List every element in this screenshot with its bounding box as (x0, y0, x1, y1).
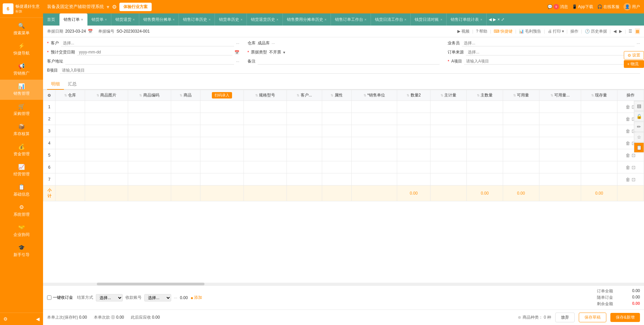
col-header-7[interactable]: ⇅ 客户... (287, 90, 322, 101)
tab-5[interactable]: 销售订单历史× (179, 13, 215, 26)
row-delete-icon[interactable]: 🗑 (626, 116, 630, 122)
float-btn-4[interactable]: ☆ (634, 132, 644, 142)
list-view-icon[interactable]: ☰ (629, 29, 632, 34)
nav-prev-icon[interactable]: ◀ (613, 29, 616, 34)
row-delete-icon[interactable]: 🗑 (626, 104, 630, 110)
row-copy-icon[interactable]: ⊡ (632, 177, 636, 182)
calendar-icon[interactable]: 📅 (88, 29, 93, 34)
row-copy-icon[interactable]: ⊡ (632, 165, 636, 170)
row-delete-icon[interactable]: 🗑 (626, 128, 630, 134)
scroll-thumb[interactable] (97, 283, 204, 285)
sidebar-item-6[interactable]: 💰资金管理 (0, 140, 43, 160)
sidebar-item-3[interactable]: 📊销售管理 (0, 80, 43, 100)
sidebar-collapse-btn[interactable]: ◀ (36, 316, 40, 322)
tab-11[interactable]: 钱货日清对账× (411, 13, 447, 26)
salesperson-more-icon[interactable]: ··· (637, 41, 640, 46)
col-header-14[interactable]: ⇅ 可用量... (539, 90, 581, 101)
col-header-10[interactable]: ⇅ 数量2 (397, 90, 430, 101)
col-header-11[interactable]: ⇅ 主计量 (430, 90, 467, 101)
tab-3[interactable]: 销货退货× (111, 13, 139, 26)
warehouse-more-icon[interactable]: ··· (272, 41, 275, 46)
customer-input[interactable] (61, 40, 234, 46)
help-action[interactable]: ? 帮助 (476, 29, 487, 34)
one-click-checkbox[interactable] (47, 295, 51, 300)
col-header-5[interactable]: 扫码录入 (200, 90, 244, 101)
history-action[interactable]: 🕐 历史单据 (585, 29, 607, 34)
float-btn-3[interactable]: ✏ (634, 122, 644, 132)
col-header-4[interactable]: ⇅ 商品 (171, 90, 200, 101)
a-project-input[interactable] (464, 58, 640, 65)
col-header-3[interactable]: ⇅ 商品编码 (128, 90, 171, 101)
industry-plan-btn[interactable]: 体验行业方案 (119, 3, 152, 11)
address-more-icon[interactable]: ··· (236, 59, 239, 64)
col-header-6[interactable]: ⇅ 规格型号 (244, 90, 287, 101)
detail-tab-0[interactable]: 明细 (47, 79, 64, 90)
float-btn-1[interactable]: ▤ (634, 101, 644, 111)
profit-action[interactable]: 📊 毛利预告 (519, 29, 541, 34)
grid-view-icon[interactable]: ▦ (635, 28, 640, 34)
sidebar-item-8[interactable]: 📋基础信息 (0, 180, 43, 201)
customer-address-input[interactable] (65, 58, 234, 65)
col-header-15[interactable]: ⇅ 现存量 (581, 90, 617, 101)
remark-input[interactable] (258, 58, 440, 65)
b-project-input[interactable] (60, 67, 640, 74)
app-download-action[interactable]: 📱 App下载 (572, 4, 593, 10)
tab-1[interactable]: 销售订单× (60, 13, 87, 26)
order-source-input[interactable] (466, 49, 640, 55)
settings-btn[interactable]: ⚙ 设置 (624, 51, 644, 59)
row-copy-icon[interactable]: ⊡ (632, 153, 636, 158)
account-more-icon[interactable]: ··· (174, 295, 177, 300)
tab-9[interactable]: 销售订单工作台× (331, 13, 371, 26)
tab-0[interactable]: 首页 (43, 13, 60, 26)
payment-method-select[interactable]: 选择... (96, 294, 123, 301)
one-click-label[interactable]: 一键收订金 (47, 295, 73, 300)
col-header-13[interactable]: ⇅ 可用量 (503, 90, 539, 101)
scroll-track[interactable] (43, 283, 644, 285)
col-header-1[interactable]: ⇅ 仓库 (55, 90, 85, 101)
tab-8[interactable]: 销售费用分摊单历史× (283, 13, 331, 26)
delivery-date-input[interactable] (77, 49, 232, 55)
tab-prev[interactable]: ◀ (489, 17, 492, 22)
settings-icon[interactable]: ⚙ (112, 4, 117, 10)
row-delete-icon[interactable]: 🗑 (626, 153, 630, 158)
add-logistics-btn[interactable]: + 物流 (624, 60, 644, 68)
tab-2[interactable]: 销货单× (87, 13, 111, 26)
col-header-12[interactable]: ⇅ 主数量 (467, 90, 503, 101)
customer-more-icon[interactable]: ··· (236, 41, 239, 46)
float-btn-2[interactable]: 🔒 (634, 111, 644, 121)
tab-close-all[interactable]: × (497, 17, 500, 22)
sidebar-item-5[interactable]: 📦库存核算 (0, 120, 43, 140)
col-header-8[interactable]: ⇅ 属性 (322, 90, 351, 101)
row-delete-icon[interactable]: 🗑 (626, 165, 630, 170)
sidebar-item-7[interactable]: 📈经营管理 (0, 160, 43, 180)
sidebar-item-4[interactable]: 🛒采购管理 (0, 100, 43, 120)
user-action[interactable]: 👤 用户 (623, 3, 640, 10)
row-delete-icon[interactable]: 🗑 (626, 177, 630, 182)
tab-7[interactable]: 销货退货历史× (247, 13, 283, 26)
detail-tab-1[interactable]: 汇总 (64, 79, 81, 90)
sidebar-item-9[interactable]: ⚙系统管理 (0, 201, 43, 221)
tab-next[interactable]: ▶ (493, 17, 496, 22)
table-wrapper[interactable]: ⚙⇅ 仓库⇅ 商品图片⇅ 商品编码⇅ 商品扫码录入⇅ 规格型号⇅ 客户...⇅ … (43, 90, 644, 283)
sidebar-item-1[interactable]: ⚡快捷导航 (0, 39, 43, 59)
scan-btn[interactable]: 扫码录入 (212, 92, 232, 98)
system-dropdown-icon[interactable]: ▾ (107, 4, 109, 10)
nav-next-icon[interactable]: ▶ (619, 29, 622, 34)
sidebar-settings-btn[interactable]: ⚙ (3, 316, 8, 322)
save-new-btn[interactable]: 保存&新增 (610, 313, 640, 322)
tab-6[interactable]: 销货单历史× (215, 13, 247, 26)
col-header-9[interactable]: ⇅ *销售单位 (351, 90, 397, 101)
sidebar-item-2[interactable]: 📢营销推广 (0, 59, 43, 80)
print-action[interactable]: 🖨 打印 ▾ (548, 29, 564, 34)
float-btn-5[interactable]: 📋 (634, 143, 644, 153)
tab-expand[interactable]: ⤢ (501, 17, 504, 22)
col-header-2[interactable]: ⇅ 商品图片 (85, 90, 128, 101)
online-service-action[interactable]: 🎧 在线客服 (597, 4, 619, 10)
sidebar-item-10[interactable]: 🤝企业协同 (0, 221, 43, 241)
tab-10[interactable]: 钱货日清工作台× (371, 13, 411, 26)
row-delete-icon[interactable]: 🗑 (626, 140, 630, 146)
save-draft-btn[interactable]: 保存草稿 (579, 313, 606, 322)
sidebar-item-0[interactable]: 🔍搜索菜单 (0, 19, 43, 39)
delivery-calendar-icon[interactable]: 📅 (234, 50, 239, 55)
invoice-dropdown-icon[interactable]: ▾ (283, 50, 285, 55)
